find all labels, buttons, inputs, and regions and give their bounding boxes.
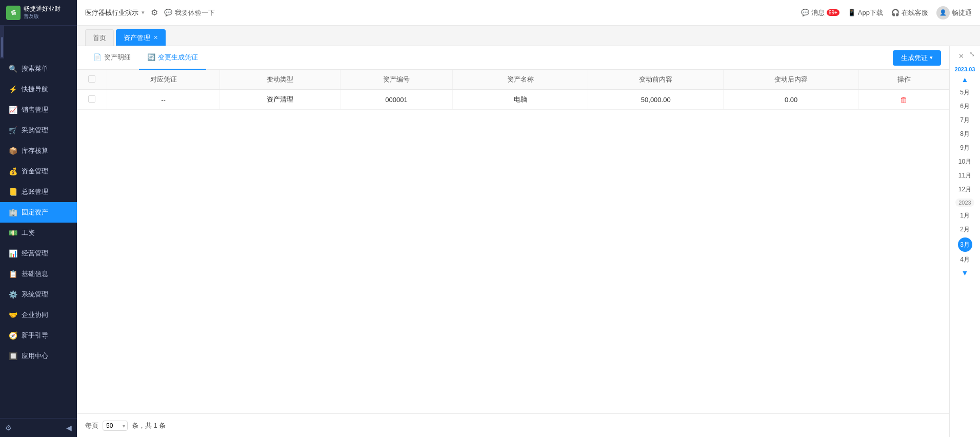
tab-asset-mgmt[interactable]: 资产管理 ✕: [116, 29, 166, 46]
main-area: 医疗器械行业演示 ▾ ⚙ 💬 我要体验一下 💬 消息 99+ 📱 App下载 🎧…: [77, 0, 980, 437]
sales-icon: 📈: [8, 105, 17, 114]
sidebar-item-system[interactable]: ⚙️ 系统管理: [0, 284, 77, 305]
apps-icon: 🔲: [8, 351, 17, 361]
sidebar-label-payroll: 工资: [22, 228, 35, 237]
month-jun[interactable]: 6月: [950, 100, 980, 113]
sidebar-label-fixed-assets: 固定资产: [22, 208, 48, 217]
row-checkbox[interactable]: [88, 95, 95, 103]
tab-close-icon[interactable]: ✕: [153, 34, 158, 41]
row-change-type: 资产清理: [220, 90, 341, 110]
right-panel-scroll-up[interactable]: ▲: [962, 75, 969, 84]
sidebar-item-fixed-assets[interactable]: 🏢 固定资产: [0, 202, 77, 223]
logo-icon: 畅: [6, 6, 21, 20]
sidebar-item-basic-info[interactable]: 📋 基础信息: [0, 264, 77, 284]
sidebar-footer: ⚙ ◀: [0, 418, 77, 437]
collab-icon: 🤝: [8, 310, 17, 320]
settings-button[interactable]: ⚙: [5, 424, 12, 432]
sidebar-item-ledger[interactable]: 📒 总账管理: [0, 182, 77, 202]
sidebar-item-quicknav[interactable]: ⚡ 快捷导航: [0, 79, 77, 100]
inventory-icon: 📦: [8, 146, 17, 155]
month-jul[interactable]: 7月: [950, 113, 980, 127]
sidebar-label-guide: 新手引导: [22, 331, 48, 340]
row-asset-code: 000001: [340, 90, 453, 110]
sidebar-scrollbar: [0, 26, 4, 58]
app-download-label: App下载: [858, 8, 883, 17]
right-panel-expand-icon[interactable]: ⤡: [969, 50, 978, 58]
row-before-content: 50,000.00: [588, 90, 724, 110]
guide-icon: 🧭: [8, 331, 17, 340]
generate-btn-arrow-icon: ▾: [930, 54, 933, 61]
sidebar: 畅 畅捷通好业财 普及版 🔍 搜索菜单 ⚡ 快捷导航 📈 销售管理 🛒 采购管理…: [0, 0, 77, 437]
content-main: 📄 资产明细 🔄 变更生成凭证 生成凭证 ▾: [77, 46, 949, 437]
basic-info-icon: 📋: [8, 269, 17, 279]
month-oct[interactable]: 10月: [950, 155, 980, 169]
month-feb-2023[interactable]: 2月: [950, 223, 980, 236]
message-button[interactable]: 💬 消息 99+: [801, 8, 839, 17]
sidebar-item-sales[interactable]: 📈 销售管理: [0, 100, 77, 120]
month-nov[interactable]: 11月: [950, 169, 980, 183]
content-area: 📄 资产明细 🔄 变更生成凭证 生成凭证 ▾: [77, 46, 980, 437]
right-panel-scroll-down[interactable]: ▼: [962, 269, 969, 277]
sidebar-item-inventory[interactable]: 📦 库存核算: [0, 141, 77, 161]
sidebar-label-finance: 资金管理: [22, 167, 48, 176]
tabbar: 首页 资产管理 ✕: [77, 26, 980, 46]
month-may[interactable]: 5月: [950, 86, 980, 100]
col-header-name: 资产名称: [453, 70, 588, 90]
col-header-code: 资产编号: [340, 70, 453, 90]
logo-name: 畅捷通好业财: [24, 5, 61, 13]
row-action-cell: 🗑: [859, 90, 949, 110]
operations-icon: 📊: [8, 249, 17, 258]
feedback-button[interactable]: 💬 我要体验一下: [164, 8, 215, 17]
topbar: 医疗器械行业演示 ▾ ⚙ 💬 我要体验一下 💬 消息 99+ 📱 App下载 🎧…: [77, 0, 980, 26]
tab-home-label: 首页: [93, 33, 106, 43]
asset-detail-icon: 📄: [93, 53, 102, 61]
topbar-settings-icon[interactable]: ⚙: [151, 8, 158, 17]
inner-tabs: 📄 资产明细 🔄 变更生成凭证 生成凭证 ▾: [77, 46, 949, 70]
right-panel-close-icon[interactable]: ✕: [958, 52, 967, 60]
inner-tab-asset-detail[interactable]: 📄 资产明细: [85, 46, 139, 70]
month-apr-2023[interactable]: 4月: [950, 253, 980, 267]
sidebar-label-search: 搜索菜单: [22, 64, 48, 73]
sidebar-item-guide[interactable]: 🧭 新手引导: [0, 325, 77, 346]
right-panel: ✕ ⤡ 2023.03 ▲ 5月 6月 7月 8月 9月 10月 11月 12月…: [949, 46, 980, 437]
message-badge: 99+: [827, 9, 839, 16]
right-panel-current-period: 2023.03: [950, 66, 980, 72]
sidebar-item-apps[interactable]: 🔲 应用中心: [0, 346, 77, 366]
company-name: 医疗器械行业演示: [85, 8, 138, 17]
sidebar-item-payroll[interactable]: 💵 工资: [0, 223, 77, 243]
sidebar-item-finance[interactable]: 💰 资金管理: [0, 161, 77, 182]
customer-service-button[interactable]: 🎧 在线客服: [891, 8, 928, 17]
sidebar-item-purchase[interactable]: 🛒 采购管理: [0, 120, 77, 141]
user-menu[interactable]: 👤 畅捷通: [936, 6, 972, 19]
month-mar-2023[interactable]: 3月: [958, 237, 972, 252]
month-sep[interactable]: 9月: [950, 141, 980, 155]
customer-service-label: 在线客服: [902, 8, 928, 17]
tab-home[interactable]: 首页: [85, 29, 114, 46]
month-aug[interactable]: 8月: [950, 127, 980, 141]
sidebar-item-operations[interactable]: 📊 经营管理: [0, 243, 77, 264]
system-icon: ⚙️: [8, 290, 17, 299]
per-page-select[interactable]: 10 20 50 100: [103, 421, 128, 431]
sidebar-menu: 🔍 搜索菜单 ⚡ 快捷导航 📈 销售管理 🛒 采购管理 📦 库存核算 💰 资金管…: [0, 58, 77, 418]
purchase-icon: 🛒: [8, 126, 17, 135]
month-dec[interactable]: 12月: [950, 183, 980, 196]
per-page-label: 每页: [85, 421, 98, 430]
fixed-assets-icon: 🏢: [8, 208, 17, 217]
delete-row-icon[interactable]: 🗑: [900, 95, 908, 104]
company-selector[interactable]: 医疗器械行业演示 ▾: [85, 8, 145, 17]
select-all-checkbox[interactable]: [88, 75, 95, 83]
sidebar-item-search[interactable]: 🔍 搜索菜单: [0, 58, 77, 79]
app-download-button[interactable]: 📱 App下载: [848, 8, 883, 17]
col-header-check: [77, 70, 107, 90]
collapse-button[interactable]: ◀: [66, 424, 72, 432]
inner-tab-change-voucher[interactable]: 🔄 变更生成凭证: [139, 46, 206, 70]
customer-service-icon: 🎧: [891, 9, 899, 16]
feedback-label: 我要体验一下: [175, 8, 215, 17]
month-jan-2023[interactable]: 1月: [950, 209, 980, 223]
message-icon: 💬: [801, 9, 809, 16]
generate-voucher-button[interactable]: 生成凭证 ▾: [893, 50, 941, 66]
table-row: -- 资产清理 000001 电脑 50,000.00 0.00 🗑: [77, 90, 949, 110]
finance-icon: 💰: [8, 167, 17, 176]
sidebar-label-basic-info: 基础信息: [22, 269, 48, 279]
sidebar-item-collab[interactable]: 🤝 企业协同: [0, 305, 77, 325]
